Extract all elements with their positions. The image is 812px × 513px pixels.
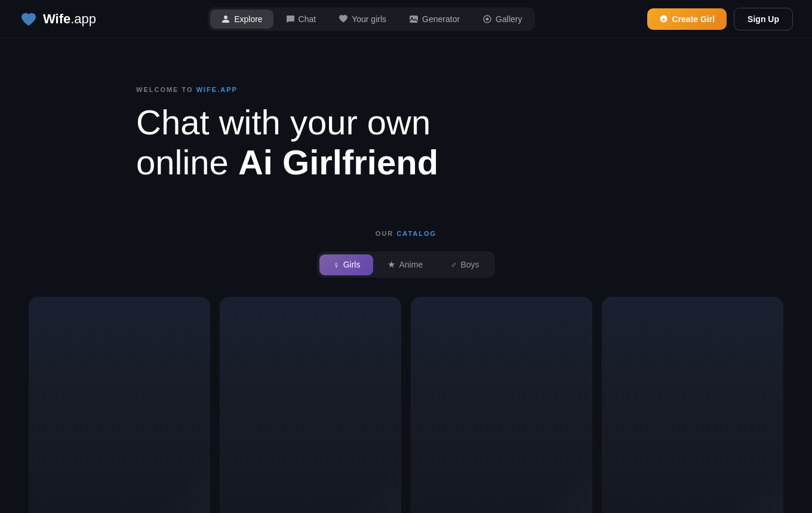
nav-item-generator[interactable]: Generator [398,10,470,29]
heart-icon [339,14,348,24]
catalog-tabs-container: ♀ Girls ★ Anime ♂ Boys [29,251,783,278]
catalog-section: OUR CATALOG ♀ Girls ★ Anime ♂ Boys [0,206,812,278]
logo-extension: .app [70,11,96,26]
image-icon [409,14,419,24]
chat-icon [285,14,295,24]
logo[interactable]: Wife.app [19,10,96,29]
create-girl-button[interactable]: Create Girl [647,8,727,30]
chat-label: Chat [299,14,316,24]
card-2[interactable] [220,297,401,513]
hero-welcome-label: WELCOME TO WIFE.APP [136,86,783,93]
catalog-label: OUR CATALOG [29,230,783,237]
navbar: Wife.app Explore Chat Your girls [0,0,812,38]
logo-text: Wife.app [43,11,96,27]
create-girl-icon [659,14,668,23]
nav-right: Create Girl Sign Up [647,8,793,30]
catalog-tabs: ♀ Girls ★ Anime ♂ Boys [317,251,494,278]
signup-label: Sign Up [748,14,779,24]
nav-item-explore[interactable]: Explore [210,10,273,29]
cards-grid [0,297,812,513]
hero-section: WELCOME TO WIFE.APP Chat with your own o… [0,38,812,206]
your-girls-label: Your girls [352,14,386,24]
tab-girls-label: Girls [343,260,361,269]
tab-boys-label: Boys [460,260,479,269]
hero-title-accent: Ai Girlfriend [238,143,438,182]
hero-welcome-accent: WIFE.APP [196,86,238,93]
girls-icon: ♀ [333,260,339,270]
tab-boys[interactable]: ♂ Boys [437,254,492,275]
catalog-label-accent: CATALOG [396,230,436,237]
explore-icon [221,14,230,24]
anime-icon: ★ [387,259,395,270]
nav-center: Explore Chat Your girls Generator [208,7,535,31]
hero-title: Chat with your own online Ai Girlfriend [136,103,783,182]
explore-label: Explore [234,14,262,24]
tab-girls[interactable]: ♀ Girls [319,254,373,275]
svg-point-3 [486,17,489,20]
gallery-icon [482,14,492,24]
nav-item-your-girls[interactable]: Your girls [328,10,397,29]
catalog-label-prefix: OUR [376,230,393,237]
hero-title-part2: online [136,143,238,182]
logo-name: Wife [43,11,70,26]
hero-welcome-text: WELCOME TO [136,86,193,93]
svg-rect-0 [410,16,418,23]
gallery-label: Gallery [496,14,522,24]
nav-item-chat[interactable]: Chat [275,10,327,29]
logo-icon [19,10,38,29]
generator-label: Generator [422,14,460,24]
hero-title-part1: Chat with your own [136,103,430,142]
boys-icon: ♂ [450,260,457,270]
signup-button[interactable]: Sign Up [734,8,793,30]
card-4[interactable] [602,297,783,513]
tab-anime-label: Anime [399,260,423,269]
card-3[interactable] [411,297,592,513]
card-1[interactable] [29,297,210,513]
create-girl-label: Create Girl [672,14,715,24]
tab-anime[interactable]: ★ Anime [374,254,436,275]
nav-item-gallery[interactable]: Gallery [472,10,533,29]
